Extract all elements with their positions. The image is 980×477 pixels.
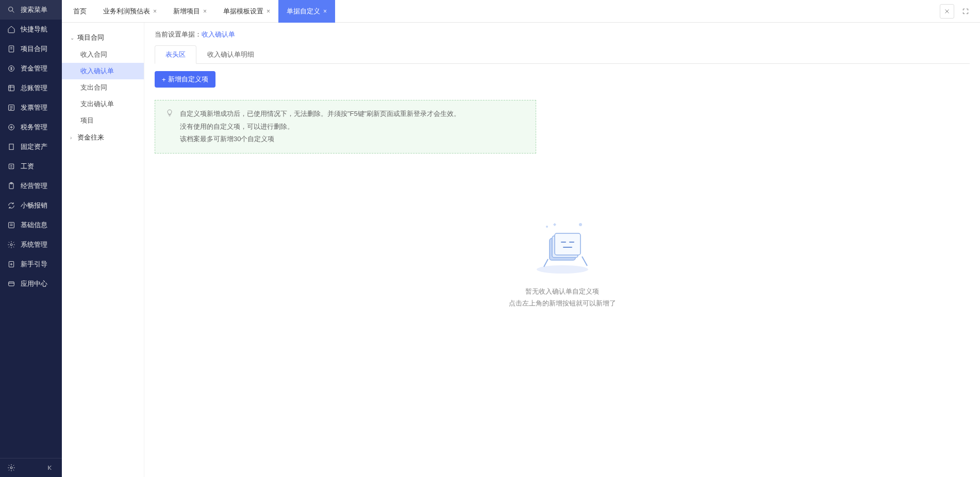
inner-tab-header-area[interactable]: 表头区 <box>155 45 196 64</box>
building-icon <box>7 143 15 151</box>
sidebar-item-tax[interactable]: 税务管理 <box>0 117 62 137</box>
sidebar-item-expense[interactable]: 小畅报销 <box>0 196 62 215</box>
guide-icon <box>7 260 15 268</box>
close-icon[interactable]: × <box>267 8 270 15</box>
invoice-icon <box>7 104 15 112</box>
sidebar-item-label: 新手引导 <box>21 260 47 269</box>
tab-label: 首页 <box>73 7 87 16</box>
svg-rect-11 <box>9 144 13 150</box>
svg-rect-6 <box>9 86 14 91</box>
sidebar-item-fixed-assets[interactable]: 固定资产 <box>0 137 62 157</box>
chevron-down-icon: ⌄ <box>70 35 75 41</box>
fullscreen-button[interactable] <box>958 4 973 19</box>
gear-icon[interactable] <box>7 464 15 472</box>
add-custom-field-button[interactable]: + 新增自定义项 <box>155 71 215 88</box>
svg-line-37 <box>582 257 587 266</box>
hint-box: 自定义项新增成功后，已使用情况下，无法删除。并须按"F5键"刷新页面或重新登录才… <box>155 100 536 154</box>
tab-home[interactable]: 首页 <box>65 0 95 23</box>
home-icon <box>7 25 15 33</box>
page-content: 当前设置单据：收入确认单 表头区 收入确认单明细 + 新增自定义项 自定义项新增… <box>144 23 980 477</box>
document-icon <box>7 45 15 53</box>
tab-label: 业务利润预估表 <box>103 7 150 16</box>
info-icon <box>7 221 15 229</box>
sidebar-item-salary[interactable]: 工资 <box>0 157 62 176</box>
empty-state: 暂无收入确认单自定义项 点击左上角的新增按钮就可以新增了 <box>155 215 970 310</box>
collapse-icon[interactable] <box>46 464 55 472</box>
close-all-tabs-button[interactable] <box>940 4 954 19</box>
sidebar-item-label: 快捷导航 <box>21 25 47 34</box>
sidebar-item-label: 工资 <box>21 162 34 171</box>
sidebar-item-search[interactable]: 搜索菜单 <box>0 0 62 20</box>
svg-rect-32 <box>555 233 580 255</box>
svg-rect-22 <box>9 262 13 267</box>
sidebar-item-label: 搜索菜单 <box>21 5 47 14</box>
system-icon <box>7 241 15 249</box>
tab-new-project[interactable]: 新增项目 × <box>165 0 215 23</box>
svg-point-39 <box>579 223 582 226</box>
tree-group-label: 项目合同 <box>77 33 104 42</box>
ledger-icon <box>7 84 15 92</box>
close-icon[interactable]: × <box>203 8 207 15</box>
clipboard-icon <box>7 182 15 190</box>
sidebar-item-label: 项目合同 <box>21 44 47 54</box>
sidebar-item-project-contract[interactable]: 项目合同 <box>0 39 62 59</box>
svg-rect-18 <box>9 223 14 228</box>
tab-label: 新增项目 <box>173 7 200 16</box>
svg-point-26 <box>10 467 12 469</box>
tree-group-label: 资金往来 <box>77 133 104 142</box>
tab-label: 单据自定义 <box>287 7 320 16</box>
tree-item-income-confirm[interactable]: 收入确认单 <box>62 63 144 79</box>
subtitle-prefix: 当前设置单据： <box>155 30 202 38</box>
apps-icon <box>7 280 15 288</box>
empty-line: 暂无收入确认单自定义项 <box>525 285 599 297</box>
sidebar-item-label: 固定资产 <box>21 142 47 151</box>
button-label: 新增自定义项 <box>168 75 208 84</box>
tree-item-project[interactable]: 项目 <box>62 112 144 129</box>
search-icon <box>7 6 15 14</box>
svg-point-21 <box>10 244 12 246</box>
refresh-icon <box>7 201 15 210</box>
sidebar: 搜索菜单 快捷导航 项目合同 资金管理 总账管理 发票管理 <box>0 0 62 477</box>
page-subtitle: 当前设置单据：收入确认单 <box>155 30 970 39</box>
svg-point-38 <box>546 226 548 228</box>
sidebar-item-apps[interactable]: 应用中心 <box>0 274 62 294</box>
sidebar-item-guide[interactable]: 新手引导 <box>0 254 62 274</box>
lightbulb-icon <box>165 109 174 146</box>
svg-point-23 <box>11 264 12 265</box>
sidebar-item-invoice[interactable]: 发票管理 <box>0 98 62 117</box>
subtitle-value: 收入确认单 <box>202 30 235 38</box>
sidebar-item-label: 总账管理 <box>21 83 47 93</box>
tab-template-settings[interactable]: 单据模板设置 × <box>215 0 278 23</box>
tree-group-project-contract[interactable]: ⌄ 项目合同 <box>62 29 144 46</box>
tab-profit-estimate[interactable]: 业务利润预估表 × <box>95 0 165 23</box>
sidebar-item-fund-mgmt[interactable]: 资金管理 <box>0 59 62 78</box>
sidebar-item-quick-nav[interactable]: 快捷导航 <box>0 20 62 39</box>
close-icon[interactable]: × <box>323 8 327 15</box>
hint-line: 没有使用的自定义项，可以进行删除。 <box>180 121 460 133</box>
sidebar-item-label: 经营管理 <box>21 181 47 191</box>
tab-label: 单据模板设置 <box>223 7 263 16</box>
tree-group-fund-flow[interactable]: › 资金往来 <box>62 129 144 146</box>
inner-tab-detail[interactable]: 收入确认单明细 <box>196 45 265 64</box>
plus-icon: + <box>162 76 166 83</box>
salary-icon <box>7 162 15 171</box>
inner-tabs: 表头区 收入确认单明细 <box>155 45 970 64</box>
tree-item-expense-contract[interactable]: 支出合同 <box>62 79 144 96</box>
sidebar-item-business-mgmt[interactable]: 经营管理 <box>0 176 62 196</box>
sidebar-item-ledger[interactable]: 总账管理 <box>0 78 62 98</box>
sidebar-item-system-mgmt[interactable]: 系统管理 <box>0 235 62 254</box>
sidebar-item-label: 应用中心 <box>21 279 47 288</box>
close-icon[interactable]: × <box>153 8 157 15</box>
sidebar-item-label: 资金管理 <box>21 64 47 73</box>
tab-custom-doc[interactable]: 单据自定义 × <box>278 0 335 23</box>
sidebar-item-label: 税务管理 <box>21 123 47 132</box>
tree-item-income-contract[interactable]: 收入合同 <box>62 46 144 63</box>
sidebar-item-label: 小畅报销 <box>21 201 47 210</box>
tax-icon <box>7 123 15 131</box>
top-tabs: 首页 业务利润预估表 × 新增项目 × 单据模板设置 × 单据自定义 × <box>62 0 980 23</box>
chevron-right-icon: › <box>70 135 75 141</box>
tree-item-expense-confirm[interactable]: 支出确认单 <box>62 96 144 112</box>
sidebar-item-basic-info[interactable]: 基础信息 <box>0 215 62 235</box>
svg-line-36 <box>544 259 548 267</box>
empty-illustration <box>526 215 599 277</box>
